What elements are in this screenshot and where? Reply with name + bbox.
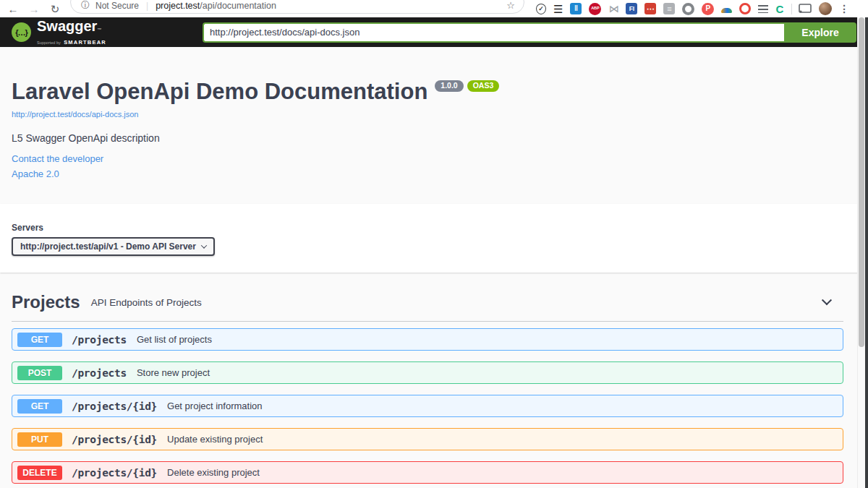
info-icon[interactable]: ⓘ (81, 0, 90, 12)
spiral-icon[interactable] (739, 3, 751, 14)
trademark: ™ (97, 27, 101, 32)
shield-check-icon[interactable]: ✓ (536, 4, 546, 14)
endpoint-summary: Store new project (137, 367, 210, 378)
endpoint-summary: Get list of projects (137, 334, 212, 345)
supported-by-label: Supported by (37, 40, 61, 45)
method-badge: GET (17, 399, 62, 414)
page-title: Laravel OpenApi Demo Documentation 1.0.0… (12, 79, 856, 105)
swagger-logo[interactable]: {…} Swagger™ Supported by SMARTBEAR (12, 19, 106, 46)
servers-select[interactable]: http://project.test/api/v1 - Demo API Se… (12, 237, 215, 256)
pocket-icon[interactable]: P (702, 3, 714, 15)
smartbear-label: SMARTBEAR (64, 39, 106, 46)
version-badge: 1.0.0 (435, 80, 463, 92)
swagger-wordmark: Swagger™ Supported by SMARTBEAR (37, 19, 106, 46)
security-label: Not Secure (95, 1, 139, 11)
projects-section: ProjectsAPI Endpoints of Projects GET /p… (12, 292, 843, 484)
ring-icon[interactable] (682, 3, 694, 15)
oas-badge: OAS3 (467, 80, 500, 92)
api-info-section: Laravel OpenApi Demo Documentation 1.0.0… (0, 47, 868, 179)
license-link[interactable]: Apache 2.0 (12, 168, 856, 179)
scrollbar-thumb[interactable] (859, 17, 864, 347)
address-url: project.test/api/documentation (156, 1, 276, 11)
explore-button[interactable]: Explore (784, 22, 856, 43)
api-description: L5 Swagger OpenApi description (12, 132, 856, 144)
bookmark-star-icon[interactable]: ☆ (506, 0, 515, 11)
trello-icon[interactable]: ‖ (570, 3, 582, 14)
brand-name: Swagger (37, 18, 97, 34)
endpoint-row-get-projects[interactable]: GET /projects Get list of projects (12, 328, 843, 351)
bowtie-icon[interactable]: ⋈ (608, 4, 618, 14)
address-bar[interactable]: ⓘ Not Secure | project.test/api/document… (70, 0, 524, 14)
card-dots-icon[interactable]: ⋯ (644, 3, 656, 14)
collapse-chevron-icon[interactable] (822, 295, 832, 305)
endpoint-path: /projects (72, 334, 127, 346)
scheme-container: Servers http://project.test/api/v1 - Dem… (0, 204, 868, 273)
address-divider: | (146, 1, 148, 11)
chevron-down-icon (201, 242, 207, 248)
tag-name: Projects (12, 292, 80, 312)
layers-gray-icon[interactable]: ≡ (663, 3, 675, 14)
endpoint-row-delete-project-id[interactable]: DELETE /projects/{id} Delete existing pr… (12, 461, 843, 484)
endpoint-path: /projects/{id} (72, 434, 157, 445)
scrollbar-track[interactable] (857, 17, 865, 488)
swagger-topbar: {…} Swagger™ Supported by SMARTBEAR Expl… (0, 17, 868, 47)
spec-url-input[interactable] (203, 22, 784, 43)
endpoint-path: /projects/{id} (72, 401, 157, 412)
endpoint-list: GET /projects Get list of projects POST … (12, 328, 843, 484)
screen-edge-strip (865, 17, 868, 488)
layers-icon[interactable]: ☰ (553, 4, 563, 14)
adblock-plus-icon[interactable]: ABP (589, 3, 601, 15)
servers-label: Servers (12, 223, 856, 233)
browser-menu-icon[interactable]: ⋮ (839, 3, 849, 14)
address-domain: project.test (156, 1, 200, 11)
extensions-row: ✓☰‖ABP⋈FI⋯≡PC (536, 3, 783, 15)
endpoint-summary: Get project information (167, 401, 263, 411)
grammarly-icon[interactable]: C (775, 4, 783, 14)
method-badge: DELETE (17, 466, 62, 480)
browser-chrome: ← → ↻ ⓘ Not Secure | project.test/api/do… (0, 0, 868, 17)
endpoint-summary: Delete existing project (167, 467, 260, 478)
tag-description: API Endpoints of Projects (91, 297, 202, 308)
tag-header[interactable]: ProjectsAPI Endpoints of Projects (12, 292, 843, 322)
swagger-logo-icon: {…} (12, 22, 31, 42)
endpoint-path: /projects (72, 367, 127, 379)
endpoint-row-put-project-id[interactable]: PUT /projects/{id} Update existing proje… (12, 428, 843, 450)
endpoint-row-get-project-id[interactable]: GET /projects/{id} Get project informati… (12, 395, 843, 417)
back-icon[interactable]: ← (7, 4, 19, 14)
arc-icon[interactable] (721, 8, 732, 13)
profile-avatar[interactable] (819, 2, 832, 15)
cast-icon[interactable] (799, 4, 812, 14)
api-title: Laravel OpenApi Demo Documentation (12, 79, 427, 105)
spec-url-form: Explore (203, 22, 856, 43)
contact-link[interactable]: Contact the developer (12, 153, 856, 164)
method-badge: GET (17, 333, 62, 347)
servers-selected-value: http://project.test/api/v1 - Demo API Se… (20, 241, 196, 252)
forward-icon[interactable]: → (28, 4, 40, 14)
endpoint-summary: Update existing project (167, 434, 263, 445)
sliders-icon[interactable] (758, 5, 768, 13)
reload-icon[interactable]: ↻ (49, 4, 61, 14)
fi-icon[interactable]: FI (626, 3, 637, 14)
endpoint-path: /projects/{id} (72, 467, 157, 479)
method-badge: POST (17, 366, 62, 380)
toolbar-divider (791, 4, 792, 14)
endpoint-row-post-projects[interactable]: POST /projects Store new project (12, 361, 843, 384)
method-badge: PUT (17, 432, 62, 447)
spec-link[interactable]: http://project.test/docs/api-docs.json (12, 110, 138, 119)
address-path: /api/documentation (200, 1, 276, 11)
